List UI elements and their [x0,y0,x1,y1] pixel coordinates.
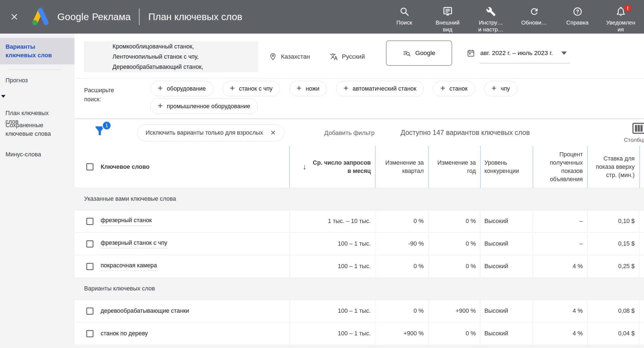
top-bid-cell: 0,10 $ [591,210,635,232]
close-button[interactable] [8,11,20,23]
column-divider [639,255,640,278]
search-network-icon [403,49,411,57]
network-selector[interactable]: Google [386,40,452,66]
expand-chip[interactable]: промышленное оборудование [150,99,258,114]
header-label: Ср. число запросов в месяц [310,159,371,175]
column-divider [533,300,533,322]
location-selector[interactable]: Казахстан [269,41,310,72]
keyword-cell[interactable]: станок по дереву [101,322,280,345]
expand-chip[interactable]: станок с чпу [222,81,280,96]
column-divider [533,322,533,345]
column-divider [639,322,640,345]
topbar-action-search[interactable]: Поиск [383,5,426,26]
sidebar: Варианты ключевых слов Прогноз План ключ… [0,34,74,348]
topbar-action-notifications[interactable]: Уведомлен ия! [599,5,642,33]
impression-share-cell: 4 % [536,255,583,278]
top-bid-cell: 0,04 $ [591,322,635,345]
header-competition[interactable]: Уровень конкуренции [484,146,531,188]
column-divider [375,322,375,345]
translate-icon [330,53,338,61]
language-selector[interactable]: Русский [330,41,365,72]
column-divider [375,233,375,255]
sidebar-item-keyword-ideas[interactable]: Варианты ключевых слов [0,38,74,64]
header-impression-share[interactable]: Процент полученных показов объявления [536,146,583,188]
topbar-action-tools[interactable]: Инстру… и настр… [469,5,512,33]
columns-button-label[interactable]: Столбцы [624,137,644,143]
search-icon [399,5,409,17]
column-divider [428,233,428,255]
plus-icon [297,84,302,93]
header-year-change[interactable]: Изменение за год [431,146,476,188]
column-divider [428,322,428,345]
topbar-action-label: Поиск [396,19,412,26]
expand-chip[interactable]: автоматический станок [336,81,424,96]
impression-share-cell: 4 % [536,300,583,322]
plus-icon [492,84,497,93]
keywords-input[interactable]: Кромкооблицовачный станок, Ленточнопильн… [84,41,258,72]
section-header: Указанные вами ключевые слова [74,188,644,210]
section-header-partial [74,345,644,348]
header-keyword[interactable]: Ключевое слово [101,146,149,188]
competition-cell: Высокий [484,210,531,232]
keyword-cell[interactable]: фрезерный станок с чпу [101,233,280,255]
sidebar-item-negative-keywords[interactable]: Минус-слова [6,150,69,159]
column-divider [639,233,640,255]
chip-label: оборудование [167,85,206,92]
available-keywords-count: Доступно 147 вариантов ключевых слов [401,123,530,142]
column-divider [428,146,429,188]
row-checkbox[interactable] [86,308,93,315]
google-ads-logo-icon [30,7,51,26]
row-checkbox[interactable] [86,218,93,225]
top-bid-cell: 0,08 $ [591,300,635,322]
select-all-checkbox[interactable] [86,163,93,170]
date-range-selector[interactable]: авг. 2022 г. – июль 2023 г. [466,40,570,66]
columns-icon[interactable] [632,123,644,135]
notification-badge: ! [623,4,632,13]
network-value: Google [415,50,435,57]
row-checkbox[interactable] [86,263,93,270]
add-filter-button[interactable]: Добавить фильтр [324,124,375,141]
topbar-action-appearance[interactable]: Внешний вид [426,5,469,33]
brand-google: Google [57,11,89,22]
expand-chip[interactable]: оборудование [150,81,213,96]
quarter-change-cell: 0 % [378,210,424,232]
row-checkbox[interactable] [86,240,93,248]
table-row: фрезерный станок с чпу100 – 1 тыс.-90 %0… [74,233,644,255]
sidebar-item-label: Варианты ключевых слов [6,44,52,59]
competition-cell: Высокий [484,322,531,345]
header-top-of-page-bid[interactable]: Ставка для показа вверху стр. (мин.) [591,146,635,188]
expand-chip[interactable]: ножи [289,81,327,96]
remove-filter-icon[interactable] [270,129,276,136]
avg-searches-cell: 100 – 1 тыс. [288,322,371,345]
header-avg-searches[interactable]: ↓ Ср. число запросов в месяц [288,146,371,188]
topbar-action-help[interactable]: ?Справка [556,5,599,26]
expand-chip[interactable]: станок [433,81,475,96]
year-change-cell: 0 % [431,233,476,255]
avg-searches-cell: 100 – 1 тыс. [288,233,371,255]
plus-icon [440,84,445,93]
filter-chip-label: Исключить варианты только для взрослых [146,129,263,136]
sidebar-item-forecast[interactable]: Прогноз [6,76,69,85]
keyword-cell[interactable]: деревообрабатывающие станки [101,300,280,322]
avg-searches-cell: 1 тыс. – 10 тыс. [288,210,371,232]
filter-control[interactable]: 1 [93,121,113,141]
keyword-cell[interactable]: фрезерный станок [101,210,280,232]
header-quarter-change[interactable]: Изменение за квартал [378,146,424,188]
impression-share-cell: – [536,210,583,232]
column-divider [480,146,481,188]
appearance-icon [442,5,453,17]
impression-share-cell: – [536,233,583,255]
active-filter-chip[interactable]: Исключить варианты только для взрослых [137,124,285,141]
table-row: фрезерный станок1 тыс. – 10 тыс.0 %0 %Вы… [74,210,644,233]
expand-chip[interactable]: чпу [484,81,517,96]
row-checkbox[interactable] [86,330,93,337]
language-value: Русский [342,53,365,60]
keyword-cell[interactable]: покрасочная камера [101,255,280,278]
sidebar-item-saved-keywords[interactable]: Сохраненные ключевые слова [6,121,69,138]
column-divider [480,300,481,322]
topbar-action-refresh[interactable]: Обнови… [512,5,556,26]
column-divider [375,210,375,232]
year-change-cell: 0 % [431,210,476,232]
column-divider [587,255,587,278]
column-divider [587,322,587,345]
